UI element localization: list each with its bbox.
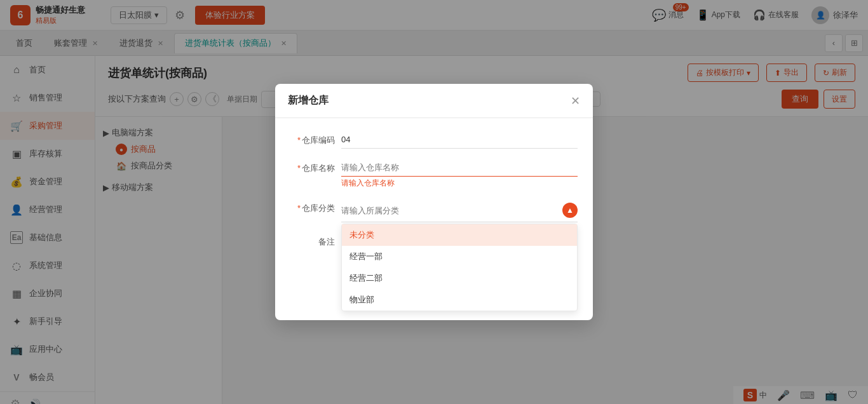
category-chevron-icon[interactable]: ▲ (562, 203, 578, 218)
warehouse-code-row: 仓库编码 (290, 131, 578, 149)
modal-header: 新增仓库 ✕ (275, 84, 593, 118)
warehouse-name-row: 仓库名称 请输入仓库名称 (290, 159, 578, 189)
dropdown-item-uncategorized[interactable]: 未分类 (342, 224, 577, 246)
new-warehouse-modal: 新增仓库 ✕ 仓库编码 仓库名称 请输入仓库名称 仓库分类 (275, 84, 593, 320)
warehouse-code-input[interactable] (341, 131, 578, 149)
remark-label: 备注 (290, 232, 341, 248)
warehouse-category-row: 仓库分类 ▲ 未分类 经营一部 经营二部 物业部 (290, 199, 578, 222)
dropdown-item-dept1[interactable]: 经营一部 (342, 246, 577, 267)
warehouse-category-wrapper: ▲ 未分类 经营一部 经营二部 物业部 (341, 199, 578, 222)
warehouse-name-input[interactable] (341, 159, 578, 177)
modal-title: 新增仓库 (288, 94, 329, 107)
warehouse-code-label: 仓库编码 (290, 131, 341, 146)
warehouse-name-wrapper: 请输入仓库名称 (341, 159, 578, 189)
modal-body: 仓库编码 仓库名称 请输入仓库名称 仓库分类 ▲ (275, 118, 593, 281)
modal-backdrop: 新增仓库 ✕ 仓库编码 仓库名称 请输入仓库名称 仓库分类 (0, 0, 868, 404)
warehouse-code-wrapper (341, 131, 578, 149)
warehouse-name-error: 请输入仓库名称 (341, 178, 578, 189)
modal-close-button[interactable]: ✕ (571, 95, 580, 107)
dropdown-item-property[interactable]: 物业部 (342, 289, 577, 311)
category-dropdown-trigger[interactable]: ▲ (341, 199, 578, 222)
category-input[interactable] (341, 206, 562, 215)
dropdown-item-dept2[interactable]: 经营二部 (342, 267, 577, 289)
warehouse-name-label: 仓库名称 (290, 159, 341, 174)
warehouse-category-label: 仓库分类 (290, 199, 341, 214)
category-dropdown-list: 未分类 经营一部 经营二部 物业部 (341, 224, 578, 311)
